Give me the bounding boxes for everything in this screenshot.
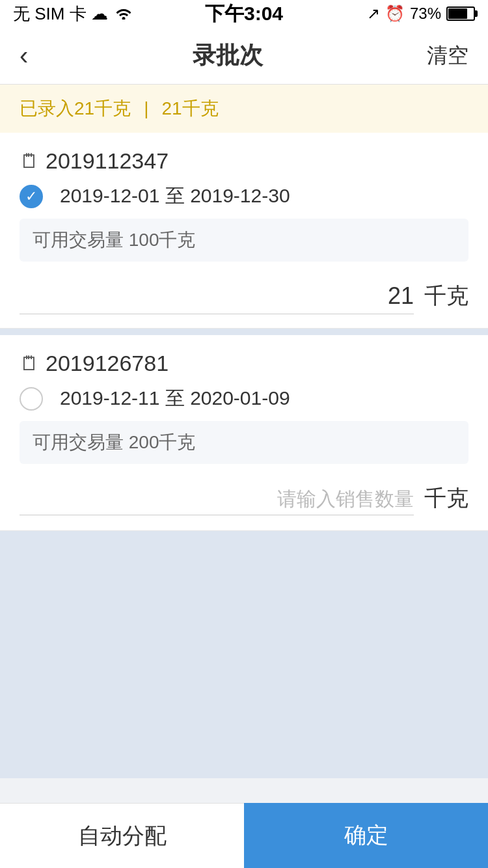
alarm-icon: ⏰ — [385, 5, 405, 23]
batch-1-quantity-row: 21 千克 — [0, 268, 488, 329]
batch-item-2: 🗒 2019126781 2019-12-11 至 2020-01-09 可用交… — [0, 335, 488, 531]
status-left: 无 SIM 卡 ☁ — [13, 3, 133, 25]
nav-bar: ‹ 录批次 清空 — [0, 27, 488, 85]
batch-1-header: 🗒 2019112347 — [0, 133, 488, 180]
status-bar: 无 SIM 卡 ☁ 下午3:04 ↗ ⏰ 73% — [0, 0, 488, 27]
wifi-icon — [115, 4, 133, 24]
status-right: ↗ ⏰ 73% — [367, 5, 475, 23]
confirm-button[interactable]: 确定 — [244, 803, 488, 868]
summary-bar: 已录入21千克 | 21千克 — [0, 85, 488, 133]
batch-item-1: 🗒 2019112347 2019-12-01 至 2019-12-30 可用交… — [0, 133, 488, 329]
status-time: 下午3:04 — [205, 1, 283, 27]
page-title: 录批次 — [193, 40, 263, 72]
batch-1-date: 2019-12-01 至 2019-12-30 — [60, 183, 290, 210]
batch-1-icon: 🗒 — [20, 150, 39, 172]
batch-1-checkbox[interactable] — [20, 185, 43, 208]
auto-distribute-button[interactable]: 自动分配 — [0, 803, 244, 868]
summary-divider: | — [144, 98, 148, 119]
clear-button[interactable]: 清空 — [427, 42, 468, 70]
battery-icon — [446, 7, 475, 21]
batch-1-number: 2019112347 — [46, 148, 169, 174]
sim-label: 无 SIM 卡 ☁ — [13, 3, 108, 25]
batch-2-date: 2019-12-11 至 2020-01-09 — [60, 385, 290, 412]
batch-2-quantity-input[interactable] — [219, 485, 414, 511]
batch-2-date-row[interactable]: 2019-12-11 至 2020-01-09 — [0, 383, 488, 414]
summary-amount: 21千克 — [161, 96, 218, 121]
batch-2-icon: 🗒 — [20, 353, 39, 375]
summary-recorded-label: 已录入21千克 — [20, 96, 131, 121]
batch-2-number: 2019126781 — [46, 351, 169, 376]
batch-1-unit: 千克 — [424, 281, 468, 315]
batch-2-quantity-row: 千克 — [0, 470, 488, 531]
batch-1-date-row[interactable]: 2019-12-01 至 2019-12-30 — [0, 180, 488, 212]
batch-2-availability: 可用交易量 200千克 — [20, 421, 468, 464]
empty-area — [0, 531, 488, 778]
batch-2-header: 🗒 2019126781 — [0, 335, 488, 383]
batch-2-checkbox[interactable] — [20, 387, 43, 411]
battery-percent: 73% — [410, 5, 441, 23]
section-divider-1 — [0, 329, 488, 335]
location-icon: ↗ — [367, 5, 380, 23]
batch-1-quantity-value: 21 — [388, 282, 414, 310]
bottom-buttons: 自动分配 确定 — [0, 803, 488, 868]
back-button[interactable]: ‹ — [20, 41, 28, 70]
batch-1-availability: 可用交易量 100千克 — [20, 219, 468, 262]
batch-2-unit: 千克 — [424, 483, 468, 517]
